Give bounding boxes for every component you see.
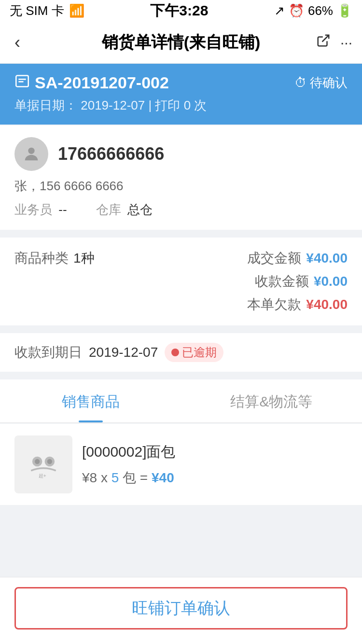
product-type-item: 商品种类 1种 (14, 249, 95, 267)
svg-point-6 (35, 459, 40, 464)
received-value: ¥0.00 (314, 274, 348, 289)
order-date-row: 单据日期： 2019-12-07 | 打印 0 次 (14, 97, 348, 114)
received-row: 收款金额 ¥0.00 (255, 272, 348, 291)
svg-text:超+: 超+ (39, 473, 46, 478)
warehouse: 仓库 总仓 (96, 201, 153, 218)
nav-right-actions: ··· (316, 33, 352, 51)
share-icon[interactable] (316, 33, 331, 51)
sales-value: -- (58, 202, 67, 217)
due-date-value: 2019-12-07 (89, 345, 158, 360)
overdue-dot-icon (171, 349, 179, 356)
svg-point-8 (47, 459, 52, 464)
customer-meta: 业务员 -- 仓库 总仓 (14, 201, 348, 218)
warehouse-label: 仓库 (96, 202, 121, 217)
customer-detail: 张，156 6666 6666 (14, 178, 348, 195)
nav-bar: ‹ 销货单详情(来自旺铺) ··· (0, 21, 362, 64)
order-id: SA-20191207-002 (14, 73, 169, 92)
equals-sign: = (140, 470, 152, 485)
multiply-sign: x (101, 470, 111, 485)
received-label: 收款金额 (255, 272, 309, 291)
sales-label: 业务员 (14, 202, 52, 217)
product-price-row: ¥8 x 5 包 = ¥40 (82, 469, 348, 487)
status-bar: 无 SIM 卡 📶 下午3:28 ↗ ⏰ 66% 🔋 (0, 0, 362, 21)
status-bar-right: ↗ ⏰ 66% 🔋 (274, 3, 352, 18)
owed-row: 本单欠款 ¥40.00 (247, 295, 348, 314)
sales-person: 业务员 -- (14, 201, 67, 218)
svg-line-0 (322, 35, 329, 42)
more-icon[interactable]: ··· (340, 34, 352, 51)
customer-section: 17666666666 张，156 6666 6666 业务员 -- 仓库 总仓 (0, 126, 362, 230)
customer-row: 17666666666 (14, 137, 348, 171)
warehouse-value: 总仓 (127, 202, 153, 217)
due-date-section: 收款到期日 2019-12-07 已逾期 (0, 333, 362, 372)
overdue-label: 已逾期 (182, 345, 217, 360)
alarm-icon: ⏰ (289, 3, 304, 18)
order-date-value: 2019-12-07 (81, 98, 145, 112)
qty-unit: 包 (123, 470, 136, 485)
tab-settlement[interactable]: 结算&物流等 (181, 379, 362, 422)
product-type-label: 商品种类 (14, 249, 69, 267)
header-top-row: SA-20191207-002 ⏱ 待确认 (14, 73, 348, 92)
bottom-bar: 旺铺订单确认 (0, 577, 362, 644)
deal-amount-row: 成交金额 ¥40.00 (247, 249, 348, 267)
header-card: SA-20191207-002 ⏱ 待确认 单据日期： 2019-12-07 |… (0, 64, 362, 125)
product-list: 超+ [0000002]面包 ¥8 x 5 包 = ¥40 (0, 424, 362, 505)
tab-settlement-label: 结算&物流等 (230, 393, 312, 409)
summary-section: 商品种类 1种 成交金额 ¥40.00 收款金额 ¥0.00 本单欠款 ¥40.… (0, 238, 362, 325)
wifi-icon: 📶 (69, 3, 84, 18)
svg-point-4 (28, 148, 34, 154)
tabs-section: 销售商品 结算&物流等 (0, 379, 362, 423)
order-status: ⏱ 待确认 (294, 74, 348, 91)
status-bar-time: 下午3:28 (150, 1, 208, 21)
order-id-text: SA-20191207-002 (35, 73, 169, 92)
status-bar-left: 无 SIM 卡 📶 (10, 2, 84, 19)
customer-phone: 17666666666 (58, 144, 164, 164)
deal-amount-label: 成交金额 (247, 249, 301, 267)
owed-value: ¥40.00 (306, 297, 348, 312)
tab-sales-label: 销售商品 (62, 393, 120, 409)
due-label: 收款到期日 (14, 343, 82, 362)
summary-left: 商品种类 1种 (14, 249, 95, 267)
clock-icon: ⏱ (294, 75, 307, 90)
deal-amount-value: ¥40.00 (306, 251, 348, 266)
customer-avatar (14, 137, 48, 171)
tab-sales[interactable]: 销售商品 (0, 379, 181, 422)
product-name: [0000002]面包 (82, 442, 348, 462)
confirm-order-button[interactable]: 旺铺订单确认 (14, 587, 348, 630)
overdue-badge: 已逾期 (165, 343, 223, 362)
product-qty: 5 (111, 470, 119, 485)
product-type-value: 1种 (73, 249, 95, 267)
owed-label: 本单欠款 (247, 295, 301, 314)
status-label: 待确认 (310, 74, 348, 91)
product-info: [0000002]面包 ¥8 x 5 包 = ¥40 (82, 442, 348, 487)
product-total: ¥40 (152, 470, 174, 485)
battery-icon: 🔋 (337, 3, 352, 18)
page-title: 销货单详情(来自旺铺) (102, 31, 261, 54)
location-icon: ↗ (274, 3, 285, 18)
product-thumbnail: 超+ (14, 435, 72, 493)
summary-right: 成交金额 ¥40.00 收款金额 ¥0.00 本单欠款 ¥40.00 (247, 249, 348, 314)
back-button[interactable]: ‹ (10, 32, 25, 53)
no-sim-text: 无 SIM 卡 (10, 2, 64, 19)
tabs-row: 销售商品 结算&物流等 (0, 379, 362, 423)
separator: | (148, 98, 155, 112)
print-info: 打印 0 次 (155, 98, 207, 112)
product-item: 超+ [0000002]面包 ¥8 x 5 包 = ¥40 (0, 424, 362, 505)
order-icon (14, 74, 30, 91)
date-label: 单据日期： (14, 98, 77, 112)
battery-text: 66% (308, 3, 333, 18)
price-unit: ¥8 (82, 470, 97, 485)
